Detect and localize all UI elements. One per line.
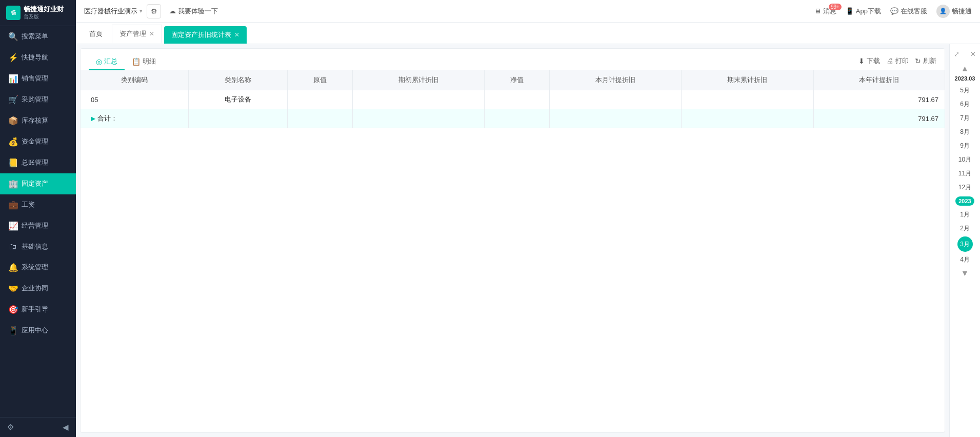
- company-selector[interactable]: 医疗器械行业演示 ▾: [84, 7, 143, 16]
- download-icon: ⬇: [858, 57, 865, 65]
- subtabs: ◎ 汇总 📋 明细 ⬇ 下载 🖨 打印: [81, 49, 945, 70]
- tab-asset-management[interactable]: 资产管理 ✕: [112, 25, 162, 44]
- sidebar-item-guide[interactable]: 🎯 新手引导: [0, 299, 76, 320]
- message-button[interactable]: 🖥 消息 99+: [814, 7, 836, 16]
- app-center-icon: 📱: [8, 326, 17, 335]
- download-button[interactable]: ⬇ 下载: [858, 56, 880, 66]
- system-icon: 🔔: [8, 263, 17, 272]
- sidebar-label-purchase: 采购管理: [22, 95, 48, 104]
- tab-asset-close-icon[interactable]: ✕: [149, 30, 154, 37]
- sidebar-item-purchase[interactable]: 🛒 采购管理: [0, 89, 76, 110]
- app-name: 畅捷通好业财: [24, 5, 64, 13]
- sidebar-item-ledger[interactable]: 📒 总账管理: [0, 152, 76, 173]
- next-year-arrow[interactable]: ▼: [959, 267, 971, 280]
- operations-icon: 📈: [8, 221, 17, 231]
- month-5[interactable]: 5月: [950, 84, 980, 97]
- print-button[interactable]: 🖨 打印: [886, 56, 909, 66]
- tab-fixed-close-icon[interactable]: ✕: [234, 31, 239, 38]
- inventory-icon: 📦: [8, 116, 17, 126]
- sidebar-item-finance[interactable]: 💰 资金管理: [0, 131, 76, 152]
- month-3-active[interactable]: 3月: [957, 236, 973, 252]
- toolbar: ⬇ 下载 🖨 打印 ↻ 刷新: [858, 56, 936, 66]
- settings-button[interactable]: ⚙: [147, 4, 161, 18]
- app-download-label: App下载: [856, 7, 881, 16]
- subtotal-end-accum: [682, 109, 813, 128]
- quick-nav-icon: ⚡: [8, 53, 17, 63]
- close-panel-icon[interactable]: ✕: [970, 50, 976, 58]
- col-net-value: 净值: [485, 70, 550, 90]
- refresh-button[interactable]: ↻ 刷新: [915, 56, 936, 66]
- sidebar-item-search[interactable]: 🔍 搜索菜单: [0, 26, 76, 47]
- cell-initial-accum: [352, 90, 484, 109]
- month-11[interactable]: 11月: [950, 167, 980, 181]
- collapse-sidebar-icon[interactable]: ◀: [63, 423, 69, 432]
- year-2023-label: 2023: [955, 196, 974, 206]
- sidebar-item-inventory[interactable]: 📦 库存核算: [0, 110, 76, 131]
- topbar-right: 🖥 消息 99+ 📱 App下载 💬 在线客服 👤 畅捷通: [814, 5, 972, 18]
- sidebar-item-quick-nav[interactable]: ⚡ 快捷导航: [0, 47, 76, 68]
- app-download-button[interactable]: 📱 App下载: [846, 7, 881, 16]
- tab-home[interactable]: 首页: [82, 25, 110, 44]
- content-main: ◎ 汇总 📋 明细 ⬇ 下载 🖨 打印: [80, 48, 945, 433]
- col-original: 原值: [287, 70, 352, 90]
- online-service-label: 在线客服: [901, 7, 927, 16]
- download-label: 下载: [867, 56, 880, 66]
- expand-icon[interactable]: ⤢: [954, 50, 959, 58]
- panel-header: ⤢ ✕: [950, 48, 980, 62]
- sidebar-label-finance: 资金管理: [22, 137, 48, 146]
- cell-net-value: [485, 90, 550, 109]
- table-wrapper: 类别编码 类别名称 原值 期初累计折旧 净值 本月计提折旧 期末累计折旧 本年计…: [81, 70, 945, 432]
- table-row: 05 电子设备 791.67: [81, 90, 945, 109]
- print-icon: 🖨: [886, 57, 893, 65]
- month-6[interactable]: 6月: [950, 97, 980, 111]
- user-name: 畅捷通: [952, 7, 972, 16]
- sidebar-label-guide: 新手引导: [22, 305, 48, 314]
- month-1[interactable]: 1月: [950, 208, 980, 222]
- month-7[interactable]: 7月: [950, 111, 980, 125]
- avatar-icon: 👤: [939, 8, 947, 14]
- subtab-summary[interactable]: ◎ 汇总: [89, 54, 125, 70]
- sidebar-label-system: 系统管理: [22, 263, 48, 272]
- subtotal-expand-icon[interactable]: ▶: [91, 115, 95, 122]
- sidebar-item-operations[interactable]: 📈 经营管理: [0, 215, 76, 236]
- subtab-detail[interactable]: 📋 明细: [125, 54, 163, 70]
- try-experience-button[interactable]: ☁ 我要体验一下: [169, 7, 218, 16]
- month-12[interactable]: 12月: [950, 181, 980, 194]
- sidebar-label-corp-collab: 企业协同: [22, 284, 48, 293]
- sidebar-item-sales[interactable]: 📊 销售管理: [0, 68, 76, 89]
- sidebar-label-inventory: 库存核算: [22, 116, 48, 125]
- month-4[interactable]: 4月: [950, 253, 980, 267]
- tab-fixed-depreciation[interactable]: 固定资产折旧统计表 ✕: [164, 26, 247, 44]
- online-service-button[interactable]: 💬 在线客服: [890, 7, 927, 16]
- month-10[interactable]: 10月: [950, 153, 980, 167]
- sidebar-item-fixed-assets[interactable]: 🏢 固定资产: [0, 173, 76, 194]
- subtotal-net-value: [485, 109, 550, 128]
- col-code: 类别编码: [81, 70, 189, 90]
- col-annual-depr: 本年计提折旧: [813, 70, 945, 90]
- subtotal-initial-accum: [352, 109, 484, 128]
- sidebar-label-salary: 工资: [22, 200, 35, 209]
- prev-year-arrow[interactable]: ▲: [959, 62, 971, 75]
- subtab-summary-label: 汇总: [104, 57, 117, 66]
- settings-icon[interactable]: ⚙: [7, 423, 14, 432]
- sidebar-item-corp-collab[interactable]: 🤝 企业协同: [0, 278, 76, 299]
- sidebar-label-operations: 经营管理: [22, 221, 48, 230]
- sidebar-item-system[interactable]: 🔔 系统管理: [0, 257, 76, 278]
- right-panel: ⤢ ✕ ▲ 2023.03 5月 6月 7月 8月 9月 10月 11月 12月…: [949, 44, 980, 437]
- current-period-label: 2023.03: [950, 75, 980, 82]
- month-9[interactable]: 9月: [950, 139, 980, 153]
- sidebar-item-base-info[interactable]: 🗂 基础信息: [0, 236, 76, 257]
- month-8[interactable]: 8月: [950, 125, 980, 139]
- ledger-icon: 📒: [8, 158, 17, 168]
- sidebar-logo: 畅 畅捷通好业财 普及版: [0, 0, 76, 26]
- cell-code: 05: [81, 90, 189, 109]
- subtotal-annual-depr: 791.67: [813, 109, 945, 128]
- sidebar-item-salary[interactable]: 💼 工资: [0, 194, 76, 215]
- month-2[interactable]: 2月: [950, 222, 980, 235]
- sidebar-item-app-center[interactable]: 📱 应用中心: [0, 320, 76, 341]
- sidebar: 畅 畅捷通好业财 普及版 🔍 搜索菜单 ⚡ 快捷导航 📊 销售管理 🛒 采购管理…: [0, 0, 76, 437]
- col-initial-accum: 期初累计折旧: [352, 70, 484, 90]
- refresh-icon: ↻: [915, 57, 921, 65]
- user-profile[interactable]: 👤 畅捷通: [936, 5, 972, 18]
- sidebar-menu: 🔍 搜索菜单 ⚡ 快捷导航 📊 销售管理 🛒 采购管理 📦 库存核算 💰 资金管…: [0, 26, 76, 417]
